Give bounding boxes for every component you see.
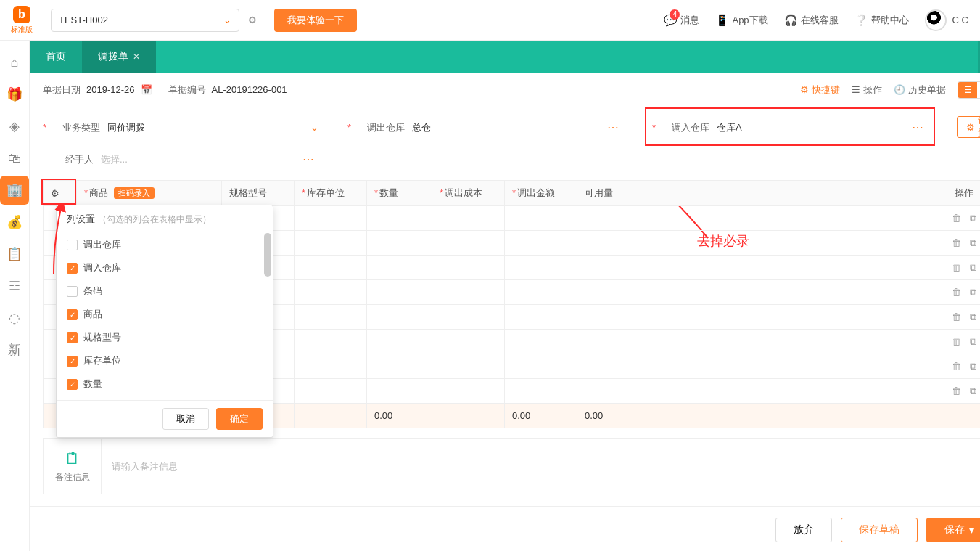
shortcut-link[interactable]: ⚙快捷键: [800, 83, 840, 97]
scrollbar[interactable]: [264, 233, 271, 277]
tab-home[interactable]: 首页: [30, 41, 82, 73]
scan-badge[interactable]: 扫码录入: [114, 187, 155, 199]
document-body: 单据日期 2019-12-26 📅 单据编号 AL-20191226-001 ⚙…: [30, 73, 980, 551]
history-link[interactable]: 🕘历史单据: [894, 83, 946, 97]
tenant-name: TEST-H002: [59, 15, 108, 25]
gear-icon: ⚙: [966, 122, 975, 133]
nav-circle-icon[interactable]: ◌: [0, 303, 29, 332]
delete-icon[interactable]: 🗑: [952, 361, 961, 372]
checkbox[interactable]: ✓: [67, 356, 78, 367]
view-grid-icon[interactable]: ▦: [977, 82, 980, 98]
save-button[interactable]: 保存 ▾: [926, 518, 980, 542]
delete-icon[interactable]: 🗑: [952, 213, 961, 224]
date-label: 单据日期: [43, 83, 81, 97]
gear-icon[interactable]: ⚙: [248, 15, 257, 25]
operate-link[interactable]: ☰操作: [852, 83, 882, 97]
nav-warehouse-icon[interactable]: 🏢: [0, 176, 29, 205]
logo: b 标准版: [0, 6, 44, 35]
nav-gift-icon[interactable]: 🎁: [0, 80, 29, 109]
column-settings-button[interactable]: ⚙: [44, 181, 77, 206]
delete-icon[interactable]: 🗑: [952, 237, 961, 249]
tab-transfer-order[interactable]: 调拨单 ✕: [82, 41, 156, 73]
column-option[interactable]: ✓库存单位: [67, 349, 263, 372]
close-icon[interactable]: ✕: [133, 52, 140, 62]
delete-icon[interactable]: 🗑: [952, 385, 961, 397]
date-value[interactable]: 2019-12-26: [86, 84, 135, 95]
column-option[interactable]: 调出仓库: [67, 233, 263, 256]
avatar[interactable]: [925, 9, 947, 31]
nav-money-icon[interactable]: 💰: [0, 208, 29, 237]
checkbox[interactable]: [67, 286, 78, 297]
popup-title: 列设置: [67, 213, 95, 224]
column-option[interactable]: ✓规格型号: [67, 326, 263, 349]
chevron-down-icon[interactable]: ⌄: [310, 122, 318, 133]
settings-button[interactable]: ⚙设置: [957, 116, 980, 138]
discard-button[interactable]: 放弃: [775, 518, 832, 542]
handler-field[interactable]: 经手人 选择... ⋯: [43, 148, 318, 171]
delete-icon[interactable]: 🗑: [952, 311, 961, 323]
column-option[interactable]: 条码: [67, 279, 263, 303]
checkbox[interactable]: ✓: [67, 309, 78, 320]
app-download-link[interactable]: 📱 App下载: [715, 14, 767, 27]
menu-icon: ☰: [852, 84, 860, 95]
checkbox[interactable]: ✓: [67, 332, 78, 343]
help-center-link[interactable]: ❔ 帮助中心: [855, 14, 909, 27]
col-spec: 规格型号: [222, 181, 295, 206]
checkbox[interactable]: [67, 240, 78, 250]
copy-icon[interactable]: ⧉: [970, 213, 976, 224]
checkbox[interactable]: ✓: [67, 379, 78, 390]
sum-available: 0.00: [577, 404, 931, 428]
nav-home-icon[interactable]: ⌂: [0, 48, 29, 77]
nav-new-icon[interactable]: 新: [0, 335, 29, 364]
remarks-label: 🗒 备注信息: [44, 439, 102, 494]
gear-icon: ⚙: [800, 84, 809, 95]
more-icon[interactable]: ⋯: [907, 121, 928, 134]
chevron-down-icon: ⌄: [223, 15, 231, 25]
tenant-select[interactable]: TEST-H002 ⌄: [51, 9, 239, 32]
nav-list-icon[interactable]: ☲: [0, 272, 29, 301]
checkbox[interactable]: ✓: [67, 263, 78, 274]
nav-clipboard-icon[interactable]: 📋: [0, 240, 29, 269]
in-warehouse-field[interactable]: * 调入仓库 仓库A ⋯: [652, 116, 928, 139]
phone-icon: 📱: [715, 14, 729, 27]
copy-icon[interactable]: ⧉: [970, 262, 976, 274]
copy-icon[interactable]: ⧉: [970, 385, 976, 397]
form-area: * 业务类型 同价调拨 ⌄ * 调出仓库 总仓 ⋯ * 调入仓库 仓库A: [30, 107, 980, 171]
copy-icon[interactable]: ⧉: [970, 311, 976, 323]
column-option-label: 商品: [83, 308, 102, 321]
copy-icon[interactable]: ⧉: [970, 237, 976, 249]
biz-type-field[interactable]: * 业务类型 同价调拨 ⌄: [43, 116, 318, 139]
nav-diamond-icon[interactable]: ◈: [0, 112, 29, 141]
view-list-icon[interactable]: ☰: [958, 82, 977, 98]
experience-button[interactable]: 我要体验一下: [274, 9, 357, 32]
message-link[interactable]: 💬 消息 4: [664, 14, 699, 27]
chevron-down-icon: ▾: [969, 524, 974, 536]
cancel-button[interactable]: 取消: [162, 408, 209, 430]
copy-icon[interactable]: ⧉: [970, 361, 976, 372]
confirm-button[interactable]: 确定: [216, 408, 263, 430]
column-option[interactable]: ✓商品: [67, 303, 263, 326]
online-service-link[interactable]: 🎧 在线客服: [784, 14, 839, 27]
save-draft-button[interactable]: 保存草稿: [841, 518, 918, 542]
column-option-label: 调入仓库: [83, 261, 121, 274]
tabs-bar: 首页 调拨单 ✕ ✕: [30, 41, 980, 73]
table-wrap: ⚙ 商品 扫码录入 规格型号 库存单位 数量 调出成本 调出金额 可用量 操作 …: [43, 180, 980, 428]
col-operate: 操作: [931, 181, 981, 206]
delete-icon[interactable]: 🗑: [952, 336, 961, 348]
out-warehouse-field[interactable]: * 调出仓库 总仓 ⋯: [347, 116, 623, 139]
footer-actions: 放弃 保存草稿 保存 ▾: [30, 506, 980, 551]
more-icon[interactable]: ⋯: [298, 152, 318, 166]
column-option[interactable]: ✓数量: [67, 372, 263, 396]
remarks-input[interactable]: [102, 439, 980, 494]
col-available: 可用量: [577, 181, 931, 206]
sum-qty: 0.00: [367, 404, 432, 428]
delete-icon[interactable]: 🗑: [952, 262, 961, 274]
top-header: b 标准版 TEST-H002 ⌄ ⚙ 我要体验一下 💬 消息 4 📱 App下…: [0, 0, 980, 41]
calendar-icon[interactable]: 📅: [141, 84, 152, 95]
column-option[interactable]: ✓调入仓库: [67, 256, 263, 279]
nav-bag-icon[interactable]: 🛍: [0, 144, 29, 173]
delete-icon[interactable]: 🗑: [952, 287, 961, 298]
copy-icon[interactable]: ⧉: [970, 336, 976, 348]
copy-icon[interactable]: ⧉: [970, 287, 976, 298]
more-icon[interactable]: ⋯: [603, 121, 623, 134]
